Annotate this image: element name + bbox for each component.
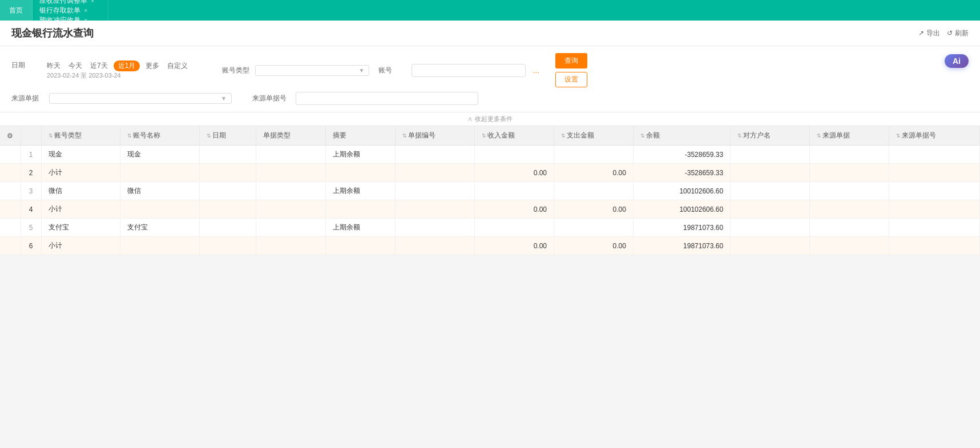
source-doc-label: 来源单据 [11,94,40,103]
cell-doc_type [256,219,325,237]
cell-counterpart [731,200,810,219]
col-label-account_name: 账号名称 [133,131,160,139]
export-button[interactable]: ↗ 导出 [918,29,940,38]
cell-expense: 0.00 [554,237,634,255]
row-number: 3 [21,182,41,200]
top-nav: 首页 收款单×付款单×其他收入单×应收应付调整单×银行存取款单×预收冲应收单×收… [0,0,980,21]
row-number: 5 [21,219,41,237]
sort-icon: ⇅ [207,133,211,139]
source-doc-select[interactable]: ▼ [49,93,232,104]
col-header-gear: ⚙ [0,126,21,146]
cell-account_name [120,164,200,182]
col-header-account_type[interactable]: ⇅账号类型 [41,126,120,146]
gear-icon[interactable]: ⚙ [7,132,13,140]
col-header-counterpart[interactable]: ⇅对方户名 [731,126,810,146]
nav-tab-应收应付调整单[interactable]: 应收应付调整单× [33,0,108,6]
account-filter: 账号 ... [378,64,539,77]
col-header-income[interactable]: ⇅收入金额 [475,126,554,146]
col-header-balance[interactable]: ⇅余额 [633,126,730,146]
sort-icon: ⇅ [640,133,645,139]
nav-tab-label: 银行存取款单 [39,6,80,15]
close-icon[interactable]: × [84,17,87,21]
page-header: 现金银行流水查询 ↗ 导出 ↺ 刷新 [0,21,980,46]
cell-expense: 0.00 [554,200,634,219]
sort-icon: ⇅ [482,133,486,139]
nav-home-label: 首页 [9,6,23,15]
table-container: ⚙⇅账号类型⇅账号名称⇅日期单据类型摘要⇅单据编号⇅收入金额⇅支出金额⇅余额⇅对… [0,126,980,255]
col-header-row_num [21,126,41,146]
account-type-filter: 账号类型 ▼ [222,65,369,76]
date-shortcut-近7天[interactable]: 近7天 [88,60,110,71]
close-icon[interactable]: × [84,7,87,14]
date-shortcut-昨天[interactable]: 昨天 [45,60,63,71]
cell-expense: 0.00 [554,164,634,182]
table-row: 1现金现金上期余额-3528659.33 [0,146,980,164]
collapse-label: 收起更多条件 [475,115,513,122]
settings-button[interactable]: 设置 [555,72,587,87]
col-header-doc_no[interactable]: ⇅单据编号 [396,126,475,146]
source-doc-chevron-icon: ▼ [221,95,227,102]
date-shortcut-近1月[interactable]: 近1月 [114,60,140,71]
cell-doc_type [256,200,325,219]
col-header-expense[interactable]: ⇅支出金额 [554,126,634,146]
export-icon: ↗ [918,29,924,37]
nav-tab-预收冲应收单[interactable]: 预收冲应收单× [33,15,108,21]
cell-doc_no [396,146,475,164]
col-header-summary: 摘要 [326,126,396,146]
refresh-button[interactable]: ↺ 刷新 [947,29,969,38]
nav-home[interactable]: 首页 [0,0,33,21]
cell-balance: -3528659.33 [633,164,730,182]
row-gear-cell [0,219,21,237]
cell-source_doc [810,146,889,164]
date-shortcut-今天[interactable]: 今天 [66,60,84,71]
cell-account_type: 现金 [41,146,120,164]
cell-source_doc [810,219,889,237]
close-icon[interactable]: × [91,0,94,4]
source-doc-no-input[interactable] [296,92,478,105]
cell-summary [326,200,396,219]
cell-date [200,164,256,182]
date-shortcut-更多[interactable]: 更多 [143,60,162,71]
cell-expense [554,146,634,164]
row-gear-cell [0,146,21,164]
table-row: 5支付宝支付宝上期余额19871073.60 [0,219,980,237]
account-dots-btn[interactable]: ... [533,66,539,75]
cell-date [200,182,256,200]
cell-account_name: 现金 [120,146,200,164]
cell-date [200,237,256,255]
filter-row-2: 来源单据 ▼ 来源单据号 [11,92,969,105]
cell-balance: -3528659.33 [633,146,730,164]
cell-income [475,146,554,164]
cell-doc_type [256,182,325,200]
cell-counterpart [731,146,810,164]
col-label-account_type: 账号类型 [54,131,82,139]
col-header-source_doc_no[interactable]: ⇅来源单据号 [889,126,979,146]
cell-account_type: 微信 [41,182,120,200]
table-row: 4小计0.000.00100102606.60 [0,200,980,219]
account-input[interactable] [412,64,526,77]
cell-income [475,219,554,237]
action-buttons: 查询 设置 [555,53,587,87]
table-row: 3微信微信上期余额100102606.60 [0,182,980,200]
cell-income: 0.00 [475,164,554,182]
col-header-date[interactable]: ⇅日期 [200,126,256,146]
date-shortcut-自定义[interactable]: 自定义 [165,60,190,71]
col-header-source_doc[interactable]: ⇅来源单据 [810,126,889,146]
collapse-bar[interactable]: ∧ 收起更多条件 [0,112,980,126]
cell-account_type: 小计 [41,237,120,255]
col-header-account_name[interactable]: ⇅账号名称 [120,126,200,146]
cell-summary: 上期余额 [326,219,396,237]
account-type-select[interactable]: ▼ [255,65,369,76]
query-button[interactable]: 查询 [555,53,587,68]
export-label: 导出 [926,29,940,38]
cell-doc_no [396,237,475,255]
cell-date [200,146,256,164]
nav-tab-银行存取款单[interactable]: 银行存取款单× [33,6,108,15]
col-header-doc_type: 单据类型 [256,126,325,146]
cell-expense [554,182,634,200]
ai-label: Ai [953,56,961,66]
account-label: 账号 [378,66,407,75]
cell-source_doc [810,237,889,255]
cell-counterpart [731,164,810,182]
ai-button[interactable]: Ai [945,54,969,68]
